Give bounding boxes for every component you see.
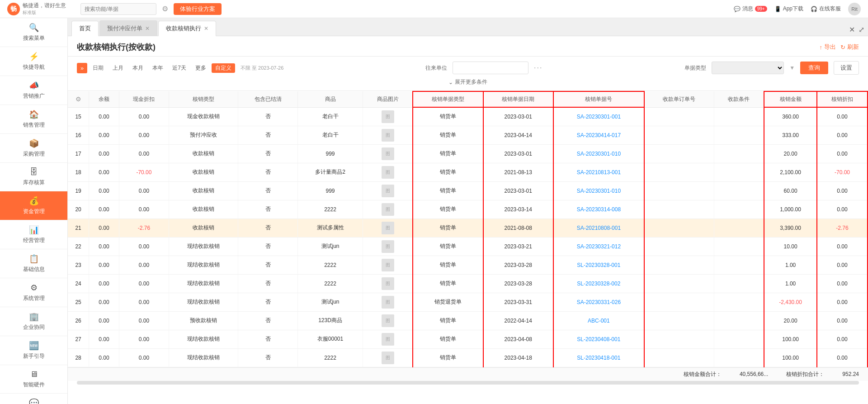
bill-no-link[interactable]: SA-20230301-001 xyxy=(577,114,621,120)
cell-bill-type: 销货单 xyxy=(413,348,483,367)
sidebar-item-finance[interactable]: 💰 资金管理 xyxy=(0,191,67,220)
enterprise-icon: 🏢 xyxy=(29,312,39,322)
tab-home[interactable]: 首页 xyxy=(71,21,99,36)
table-area[interactable]: ⚙ 余额 现金折扣 核销类型 包含已结清 商品 商品图片 核销单据类型 核销单据… xyxy=(68,91,868,404)
cell-no: 26 xyxy=(68,311,89,330)
custom-date-button[interactable]: 自定义 xyxy=(212,63,235,73)
cell-no: 24 xyxy=(68,274,89,293)
col-balance-header: 余额 xyxy=(89,91,119,107)
sidebar-item-system[interactable]: ⚙ 系统管理 xyxy=(0,278,67,307)
setting-button[interactable]: 设置 xyxy=(834,61,859,75)
cell-receipt-terms xyxy=(714,274,764,293)
cell-bill-no[interactable]: SA-20230414-017 xyxy=(553,126,644,144)
cell-bill-no[interactable]: SL-20230328-002 xyxy=(553,274,644,293)
tab-prepay[interactable]: 预付冲应付单 ✕ xyxy=(99,20,157,36)
col-settings-header[interactable]: ⚙ xyxy=(68,91,89,107)
tab-close-all-icon[interactable]: ✕ xyxy=(849,25,855,34)
export-button[interactable]: ↑ 导出 xyxy=(820,43,836,51)
cell-product: 999 xyxy=(298,181,363,200)
cell-bill-no[interactable]: SA-20230314-008 xyxy=(553,200,644,219)
app-download-btn[interactable]: 📱 App下载 xyxy=(774,5,803,13)
bill-no-link[interactable]: SA-20210813-001 xyxy=(577,169,621,176)
bill-no-link[interactable]: SA-20230321-012 xyxy=(577,243,621,250)
cell-bill-no[interactable]: SA-20230301-010 xyxy=(553,181,644,200)
online-service-btn[interactable]: 🎧 在线客服 xyxy=(811,5,841,13)
sidebar-item-inventory[interactable]: 🗄 库存核算 xyxy=(0,163,67,191)
query-button[interactable]: 查询 xyxy=(800,62,828,74)
sidebar-item-sales[interactable]: 🏠 销售管理 xyxy=(0,105,67,134)
bill-no-link[interactable]: SA-20230301-010 xyxy=(577,188,621,194)
bill-no-link[interactable]: SL-20230328-001 xyxy=(577,262,620,268)
sidebar-item-hardware[interactable]: 🖥 智能硬件 xyxy=(0,365,67,394)
partner-more-icon[interactable]: ··· xyxy=(534,64,542,72)
last-month-button[interactable]: 上月 xyxy=(109,63,127,73)
sidebar-item-purchase[interactable]: 📦 采购管理 xyxy=(0,134,67,163)
cell-bill-date: 2023-04-18 xyxy=(483,348,553,367)
bill-no-link[interactable]: SL-20230408-001 xyxy=(577,336,620,342)
cell-bill-no[interactable]: SL-20230418-001 xyxy=(553,348,644,367)
tab-verify-close-icon[interactable]: ✕ xyxy=(204,25,208,32)
sidebar-item-basic[interactable]: 📋 基础信息 xyxy=(0,249,67,278)
refresh-button[interactable]: ↻ 刷新 xyxy=(840,43,859,51)
more-date-button[interactable]: 更多 xyxy=(192,63,210,73)
bill-no-link[interactable]: SA-20230414-017 xyxy=(577,132,621,138)
bill-no-link[interactable]: SA-20230331-026 xyxy=(577,299,621,305)
bill-no-link[interactable]: ABC-001 xyxy=(588,318,610,324)
sidebar-item-search[interactable]: 🔍 搜索菜单 xyxy=(0,18,67,47)
bill-type-select[interactable] xyxy=(712,62,784,74)
last-7-days-button[interactable]: 近7天 xyxy=(169,63,190,73)
tab-prepay-label: 预付冲应付单 xyxy=(107,24,142,33)
bill-no-link[interactable]: SL-20230328-002 xyxy=(577,280,620,287)
cell-bill-no[interactable]: SA-20230331-026 xyxy=(553,293,644,311)
total-discount-label: 核销折扣合计： xyxy=(786,371,824,378)
tab-verify[interactable]: 收款核销执行 ✕ xyxy=(158,21,216,36)
bill-no-link[interactable]: SA-20210808-001 xyxy=(577,225,621,231)
cell-product-img: 图 xyxy=(363,200,413,219)
sidebar-item-label: 快捷导航 xyxy=(23,63,45,71)
this-year-button[interactable]: 本年 xyxy=(149,63,167,73)
cell-product-img: 图 xyxy=(363,293,413,311)
sidebar-item-business[interactable]: 📊 经营管理 xyxy=(0,220,67,249)
cell-bill-no[interactable]: SA-20230301-010 xyxy=(553,144,644,163)
avatar[interactable]: Rit xyxy=(848,3,861,15)
sidebar-item-enterprise[interactable]: 🏢 企业协同 xyxy=(0,307,67,336)
filter-toggle-button[interactable]: » xyxy=(77,63,87,73)
horizontal-scrollbar[interactable] xyxy=(77,381,859,385)
expand-conditions-button[interactable]: ⌄ 展开更多条件 xyxy=(448,78,487,86)
table-row: 27 0.00 0.00 现结收款核销 否 衣服00001 图 销货单 2023… xyxy=(68,330,868,348)
cell-bill-no[interactable]: ABC-001 xyxy=(553,311,644,330)
col-bill-date-header: 核销单据日期 xyxy=(483,91,553,107)
cell-verify-discount: 0.00 xyxy=(817,200,868,219)
notifications-btn[interactable]: 💬 消息 99+ xyxy=(734,5,767,13)
col-settings-icon[interactable]: ⚙ xyxy=(75,95,81,103)
cell-no: 25 xyxy=(68,293,89,311)
tab-prepay-close-icon[interactable]: ✕ xyxy=(145,25,150,32)
trial-button[interactable]: 体验行业方案 xyxy=(174,3,222,15)
bill-no-link[interactable]: SA-20230314-008 xyxy=(577,206,621,213)
cell-verify-type: 现金收款核销 xyxy=(169,107,238,126)
tab-restore-icon[interactable]: ⤢ xyxy=(859,25,864,34)
cell-receipt-terms xyxy=(714,348,764,367)
bill-no-link[interactable]: SL-20230418-001 xyxy=(577,355,620,361)
this-month-button[interactable]: 本月 xyxy=(129,63,147,73)
cell-verify-amount: 100.00 xyxy=(764,348,817,367)
cell-bill-no[interactable]: SA-20210808-001 xyxy=(553,219,644,237)
cell-bill-no[interactable]: SL-20230328-001 xyxy=(553,256,644,274)
cell-receipt-terms xyxy=(714,181,764,200)
sidebar-item-wechat[interactable]: 💬 企业微信 xyxy=(0,394,67,404)
sidebar-item-beginner[interactable]: 🆕 新手引导 xyxy=(0,336,67,365)
cell-bill-no[interactable]: SA-20210813-001 xyxy=(553,163,644,181)
cell-bill-no[interactable]: SA-20230321-012 xyxy=(553,237,644,256)
cell-verify-discount: 0.00 xyxy=(817,330,868,348)
bill-no-link[interactable]: SA-20230301-010 xyxy=(577,151,621,157)
partner-input[interactable] xyxy=(453,62,528,74)
sidebar-item-marketing[interactable]: 📣 营销推广 xyxy=(0,76,67,105)
cell-verify-type: 现结收款核销 xyxy=(169,256,238,274)
cell-bill-no[interactable]: SA-20230301-001 xyxy=(553,107,644,126)
settings-gear-icon[interactable]: ⚙ xyxy=(162,5,168,13)
cell-bill-no[interactable]: SL-20230408-001 xyxy=(553,330,644,348)
sidebar-item-quick-nav[interactable]: ⚡ 快捷导航 xyxy=(0,47,67,76)
search-input[interactable] xyxy=(80,3,156,15)
cell-verify-discount: 0.00 xyxy=(817,274,868,293)
cell-verify-amount: 20.00 xyxy=(764,144,817,163)
